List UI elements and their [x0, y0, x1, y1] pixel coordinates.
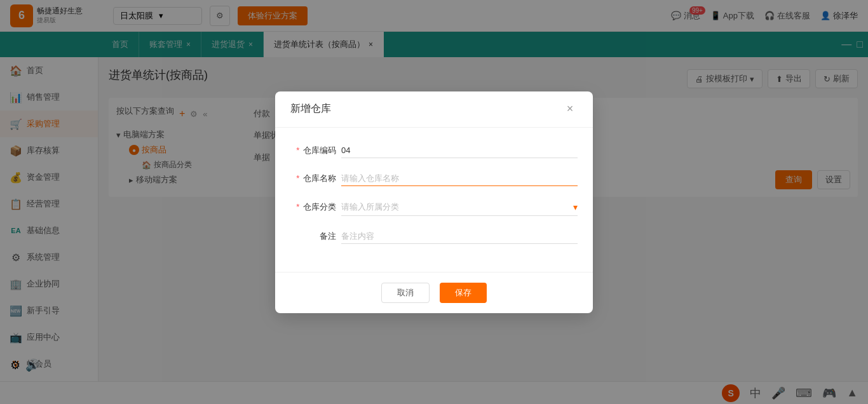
name-label: * 仓库名称 [290, 173, 341, 184]
save-button[interactable]: 保存 [440, 283, 487, 303]
required-star-name: * [296, 173, 299, 183]
form-row-category: * 仓库分类 请输入所属分类 ▾ [290, 199, 578, 216]
note-label: 备注 [290, 231, 341, 242]
category-select[interactable]: 请输入所属分类 ▾ [341, 199, 578, 216]
form-row-code: * 仓库编码 [290, 143, 578, 158]
new-warehouse-modal: 新增仓库 × * 仓库编码 * 仓库名称 * [275, 91, 593, 313]
category-select-arrow: ▾ [573, 202, 578, 212]
modal-body: * 仓库编码 * 仓库名称 * 仓库分类 请输入所属分类 [275, 128, 593, 272]
code-label: * 仓库编码 [290, 145, 341, 156]
modal-header: 新增仓库 × [275, 91, 593, 128]
required-star-code: * [296, 145, 299, 155]
modal-title: 新增仓库 [290, 102, 331, 116]
cancel-button[interactable]: 取消 [381, 283, 430, 303]
modal-footer: 取消 保存 [275, 272, 593, 313]
modal-overlay: 新增仓库 × * 仓库编码 * 仓库名称 * [0, 0, 868, 404]
note-input[interactable] [341, 229, 578, 244]
code-input[interactable] [341, 143, 578, 158]
category-placeholder: 请输入所属分类 [341, 201, 399, 213]
name-input[interactable] [341, 171, 578, 186]
required-star-category: * [296, 202, 299, 212]
category-label: * 仓库分类 [290, 201, 341, 213]
form-row-note: 备注 [290, 229, 578, 244]
modal-close-button[interactable]: × [562, 102, 578, 117]
form-row-name: * 仓库名称 [290, 171, 578, 186]
